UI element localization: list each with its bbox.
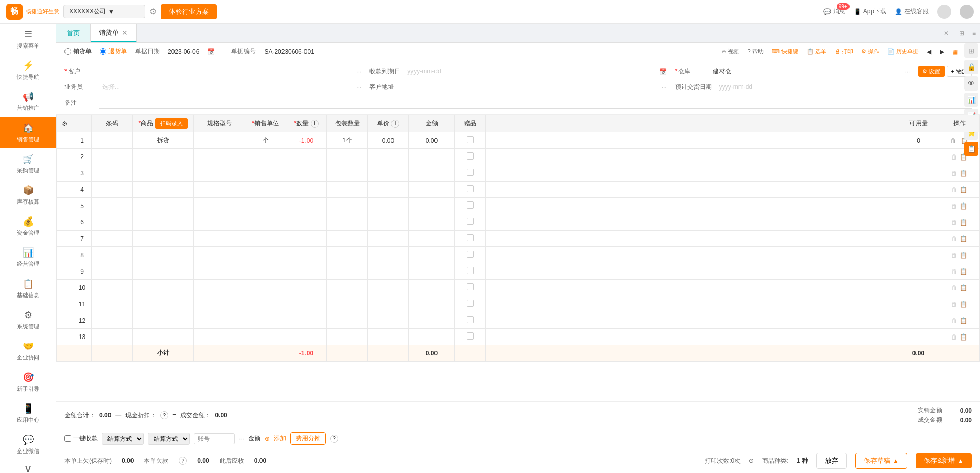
company-selector[interactable]: XXXXXX公司 ▼ — [63, 5, 145, 18]
one-click-pay-checkbox[interactable]: 一键收款 — [64, 434, 98, 443]
row1-barcode[interactable] — [92, 132, 133, 149]
discount-info-icon[interactable]: ? — [160, 411, 168, 419]
delete-icon[interactable]: 🗑 — [951, 186, 957, 193]
help-icon[interactable]: ? 帮助 — [748, 48, 764, 55]
expense-info-icon[interactable]: ? — [330, 435, 338, 443]
remark-input[interactable] — [99, 97, 972, 109]
sidebar-item-search[interactable]: ☰ 搜索菜单 — [0, 24, 56, 55]
select-order-icon[interactable]: 📋 选单 — [807, 48, 826, 55]
right-btn-3[interactable]: 👁 — [964, 76, 978, 91]
row1-gift[interactable] — [455, 132, 486, 149]
settings-button[interactable]: ⚙ 设置 — [918, 66, 944, 77]
price-info-icon[interactable]: i — [391, 120, 399, 128]
sidebar-item-enterprise[interactable]: 🤝 企业协同 — [0, 335, 56, 367]
view-toggle-1-icon[interactable]: ▦ — [952, 48, 958, 55]
product-type-icon[interactable]: ⊙ — [749, 457, 754, 464]
sales-order-radio[interactable]: 销货单 — [64, 47, 92, 56]
copy-icon[interactable]: 📋 — [960, 301, 967, 308]
copy-icon[interactable]: 📋 — [960, 268, 967, 275]
sidebar-item-purchase[interactable]: 🛒 采购管理 — [0, 148, 56, 179]
row1-price[interactable]: 0.00 — [368, 132, 409, 149]
sidebar-item-appstore[interactable]: 📱 应用中心 — [0, 398, 56, 429]
save-new-button[interactable]: 保存&新增 ▲ — [916, 453, 972, 468]
add-label[interactable]: 添加 — [274, 434, 286, 443]
delete-icon[interactable]: 🗑 — [951, 235, 957, 242]
scan-button[interactable]: 扫码录入 — [155, 118, 188, 129]
copy-icon[interactable]: 📋 — [960, 317, 967, 324]
app-download-button[interactable]: 📱 App下载 — [854, 7, 886, 16]
delete-icon[interactable]: 🗑 — [951, 252, 957, 259]
avatar[interactable] — [937, 5, 951, 19]
copy-icon[interactable]: 📋 — [960, 202, 967, 210]
experience-button[interactable]: 体验行业方案 — [161, 4, 217, 19]
copy-icon[interactable]: 📋 — [960, 170, 967, 177]
delete-icon[interactable]: 🗑 — [951, 333, 957, 341]
discard-button[interactable]: 放弃 — [816, 453, 847, 469]
sidebar-item-weixin[interactable]: 💬 企业微信 — [0, 429, 56, 460]
expense-split-button[interactable]: 费用分摊 — [290, 432, 326, 445]
avatar2[interactable] — [960, 5, 974, 19]
row1-product[interactable]: 拆货 — [133, 132, 194, 149]
shortcut-icon[interactable]: ⌨ 快捷键 — [772, 48, 798, 55]
tab-home[interactable]: 首页 — [56, 24, 91, 42]
sidebar-item-marketing[interactable]: 📢 营销推广 — [0, 86, 56, 117]
total-owe-info-icon[interactable]: ? — [179, 457, 187, 465]
copy-icon[interactable]: 📋 — [960, 235, 967, 242]
tab-grid-icon[interactable]: ⊞ — [955, 30, 968, 37]
delete-icon[interactable]: 🗑 — [951, 317, 957, 324]
customer-input[interactable] — [99, 65, 352, 77]
sidebar-item-system[interactable]: ⚙ 系统管理 — [0, 304, 56, 335]
return-order-radio[interactable]: 退货单 — [100, 47, 127, 56]
delete-icon[interactable]: 🗑 — [951, 268, 957, 275]
row1-unit[interactable]: 个 — [245, 132, 286, 149]
tab-list-icon[interactable]: ≡ — [968, 30, 980, 37]
account-more-icon[interactable]: ··· — [239, 435, 244, 442]
nav-prev-icon[interactable]: ◀ — [927, 48, 931, 55]
delete-icon[interactable]: 🗑 — [950, 137, 956, 144]
tab-close-icon[interactable]: ✕ — [122, 29, 128, 37]
copy-icon[interactable]: 📋 — [960, 284, 967, 291]
delete-icon[interactable]: 🗑 — [951, 219, 957, 226]
customer-addr-input[interactable] — [404, 81, 657, 93]
qty-info-icon[interactable]: i — [311, 120, 319, 128]
account-input[interactable] — [194, 433, 235, 444]
copy-icon[interactable]: 📋 — [960, 219, 967, 226]
sidebar-item-inventory[interactable]: 📦 库存核算 — [0, 179, 56, 211]
row1-pkg[interactable]: 1个 — [327, 132, 368, 149]
th-settings[interactable]: ⚙ — [57, 115, 73, 132]
warehouse-more-icon[interactable]: ··· — [905, 68, 910, 75]
sidebar-item-quick-nav[interactable]: ⚡ 快捷导航 — [0, 55, 56, 86]
right-btn-2[interactable]: 🔒 — [964, 60, 978, 74]
salesperson-input[interactable] — [99, 81, 352, 93]
sidebar-item-operation[interactable]: 📊 经营管理 — [0, 242, 56, 273]
salesperson-more-icon[interactable]: ··· — [356, 84, 361, 91]
right-btn-7[interactable]: 📋 — [964, 142, 978, 156]
collect-date-input[interactable] — [404, 65, 655, 77]
addr-more-icon[interactable]: ··· — [662, 84, 667, 91]
delete-icon[interactable]: 🗑 — [951, 202, 957, 210]
sidebar-item-basic-info[interactable]: 📋 基础信息 — [0, 273, 56, 304]
nav-next-icon[interactable]: ▶ — [940, 48, 944, 55]
account-select[interactable]: 结算方式 — [148, 433, 190, 445]
add-icon[interactable]: ⊕ — [265, 435, 270, 442]
operation-icon2[interactable]: ⚙ 操作 — [861, 48, 879, 55]
settings-gear-icon[interactable]: ⚙ — [149, 7, 157, 16]
copy-icon[interactable]: 📋 — [960, 333, 967, 341]
video-help-icon[interactable]: ⊙ 视频 — [722, 48, 739, 55]
message-button[interactable]: 💬 消息 99+ — [823, 7, 845, 16]
right-btn-1[interactable]: ⊞ — [964, 43, 978, 58]
customer-more-icon[interactable]: ··· — [356, 68, 361, 75]
warehouse-input[interactable] — [710, 65, 901, 77]
delete-icon[interactable]: 🗑 — [951, 170, 957, 177]
sidebar-item-sales[interactable]: 🏠 销售管理 — [0, 117, 56, 148]
save-draft-button[interactable]: 保存草稿 ▲ — [855, 453, 908, 469]
row1-qty[interactable]: -1.00 — [286, 132, 327, 149]
right-btn-4[interactable]: 📊 — [964, 93, 978, 107]
delete-icon[interactable]: 🗑 — [951, 284, 957, 291]
tab-close-all-icon[interactable]: ✕ — [938, 30, 955, 37]
settlement-select[interactable]: 结算方式 — [102, 433, 144, 445]
tab-sales-order[interactable]: 销货单 ✕ — [91, 24, 137, 42]
history-icon[interactable]: 📄 历史单据 — [887, 48, 919, 55]
copy-icon[interactable]: 📋 — [960, 186, 967, 193]
sidebar-item-member[interactable]: V 畅会员 — [0, 460, 56, 473]
